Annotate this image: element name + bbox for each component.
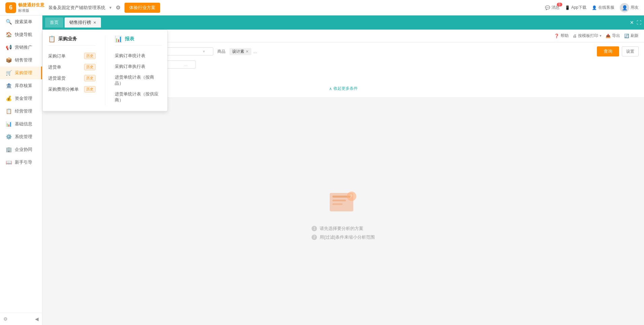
sidebar-footer: ⚙ ◀: [0, 313, 42, 325]
refresh-action[interactable]: 🔄 刷新: [624, 33, 639, 39]
sidebar-label-finance: 资金管理: [15, 95, 32, 101]
message-icon: 💬: [545, 5, 550, 10]
bill-status-select[interactable]: ▾: [159, 47, 213, 55]
tab-close-all-icon[interactable]: ✕: [630, 20, 634, 25]
tab-expand-icon[interactable]: ⛶: [637, 20, 641, 25]
message-badge: 9: [557, 3, 562, 6]
tab-sales-ranking[interactable]: 销售排行榜 ✕: [65, 17, 101, 28]
menu-item-return[interactable]: 进货退货 历史: [48, 73, 96, 84]
purchase-order-history[interactable]: 历史: [84, 53, 96, 59]
goods-tag-text: 设计素: [232, 49, 244, 54]
empty-state: ? 1 请先选择要分析的方案 2 用[过滤]条件来缩小分析范围: [42, 98, 644, 325]
menu-item-incoming-goods-stats[interactable]: 进货单统计表（按商品）: [115, 72, 162, 89]
incoming-goods-stats-label: 进货单统计表（按商品）: [115, 74, 162, 86]
menu-item-purchase-order[interactable]: 采购订单 历史: [48, 50, 96, 62]
incoming-history[interactable]: 历史: [84, 64, 96, 70]
sidebar-item-marketing[interactable]: 📢 营销推广: [0, 41, 42, 54]
sidebar-item-inventory[interactable]: 🏦 库存核算: [0, 79, 42, 92]
collapse-label: 收起更多条件: [333, 86, 358, 91]
sidebar-settings-btn[interactable]: ⚙: [3, 316, 8, 322]
svg-rect-2: [332, 200, 346, 201]
purchase-col-title-text: 采购业务: [58, 36, 77, 42]
logo-icon: 6: [5, 2, 16, 13]
sidebar-item-newbie[interactable]: 📖 新手引导: [0, 156, 42, 169]
dropdown-col-purchase-title: 📋 采购业务: [48, 35, 96, 46]
expense-history[interactable]: 历史: [84, 86, 96, 92]
export-action[interactable]: 📤 导出: [606, 33, 620, 39]
menu-item-incoming[interactable]: 进货单 历史: [48, 62, 96, 73]
help-icon: ❓: [554, 34, 559, 38]
sidebar-label-basic-info: 基础信息: [15, 121, 32, 127]
sidebar-item-system[interactable]: ⚙️ 系统管理: [0, 130, 42, 143]
marketing-icon: 📢: [5, 44, 12, 50]
sidebar-collapse-btn[interactable]: ◀: [35, 316, 39, 322]
template-print-action[interactable]: 🖨 按模板打印 ▾: [573, 33, 602, 39]
user-action[interactable]: 👤 用友: [620, 3, 639, 12]
app-download-label: App下载: [571, 5, 586, 10]
refresh-label: 刷新: [631, 33, 639, 39]
finance-icon: 💰: [5, 95, 12, 101]
top-bar: 6 畅捷通好生意 标准版 装备及固定资产辅助管理系统 ▾ ⚙ 体验行业方案 💬 …: [0, 0, 644, 15]
sidebar-label-sales: 销售管理: [15, 57, 32, 63]
purchase-order-stats-label: 采购订单统计表: [115, 53, 145, 59]
goods-ellipsis[interactable]: ...: [253, 49, 257, 54]
tab-home-label: 首页: [50, 19, 59, 26]
industry-button[interactable]: 体验行业方案: [124, 3, 160, 13]
bill-status-arrow: ▾: [203, 49, 205, 54]
export-label: 导出: [612, 33, 620, 39]
sidebar-label-enterprise: 企业协同: [15, 147, 32, 153]
return-history[interactable]: 历史: [84, 75, 96, 81]
sidebar-item-enterprise[interactable]: 🏢 企业协同: [0, 143, 42, 156]
help-action[interactable]: ❓ 帮助: [554, 33, 569, 39]
system-title: 装备及固定资产辅助管理系统: [48, 5, 105, 11]
logo-area: 6 畅捷通好生意 标准版: [5, 2, 44, 13]
top-actions: 💬 消息 9 📱 App下载 👤 在线客服 👤 用友: [545, 3, 639, 12]
goods-tag-close[interactable]: ✕: [246, 49, 249, 54]
settings-button[interactable]: 设置: [622, 46, 639, 56]
report-col-title-text: 报表: [125, 36, 134, 42]
dropdown-col-report-title: 📊 报表: [115, 35, 162, 46]
report-col-icon: 📊: [115, 35, 122, 43]
newbie-icon: 📖: [5, 159, 12, 165]
sidebar-item-operations[interactable]: 📋 经营管理: [0, 105, 42, 118]
return-label: 进货退货: [48, 75, 66, 81]
salesperson-ellipsis[interactable]: ...: [184, 62, 187, 67]
purchase-dropdown-menu: 📋 采购业务 采购订单 历史 进货单 历史 进货退货 历史 采购费用分摊单 历史: [42, 30, 168, 111]
avatar: 👤: [620, 3, 629, 12]
app-container: 6 畅捷通好生意 标准版 装备及固定资产辅助管理系统 ▾ ⚙ 体验行业方案 💬 …: [0, 0, 644, 325]
sidebar-item-basic-info[interactable]: 📊 基础信息: [0, 118, 42, 130]
home-icon: 🏠: [5, 32, 12, 38]
dropdown-col-purchase: 📋 采购业务 采购订单 历史 进货单 历史 进货退货 历史 采购费用分摊单 历史: [48, 35, 96, 106]
menu-item-purchase-order-stats[interactable]: 采购订单统计表: [115, 50, 162, 61]
message-action[interactable]: 💬 消息 9: [545, 5, 560, 10]
dropdown-arrow[interactable]: ▾: [109, 5, 112, 10]
menu-item-incoming-supplier-stats[interactable]: 进货单统计表（按供应商）: [115, 89, 162, 106]
sidebar-item-purchase[interactable]: 🛒 采购管理: [0, 67, 42, 79]
sidebar-item-search[interactable]: 🔍 搜索菜单: [0, 15, 42, 28]
operations-icon: 📋: [5, 108, 12, 114]
menu-item-purchase-order-exec[interactable]: 采购订单执行表: [115, 61, 162, 72]
incoming-supplier-stats-label: 进货单统计表（按供应商）: [115, 91, 162, 103]
sidebar-item-sales[interactable]: 📦 销售管理: [0, 54, 42, 67]
logo-text: 畅捷通好生意 标准版: [18, 2, 44, 13]
settings-icon[interactable]: ⚙: [116, 4, 120, 11]
tab-bar: 首页 销售排行榜 ✕ ✕ ⛶: [42, 15, 644, 30]
logo-line1: 畅捷通好生意: [18, 2, 44, 8]
sidebar-item-quick-nav[interactable]: 🏠 快捷导航: [0, 28, 42, 41]
enterprise-icon: 🏢: [5, 147, 12, 153]
query-button[interactable]: 查询: [597, 46, 619, 56]
user-label: 用友: [631, 5, 639, 10]
app-download-action[interactable]: 📱 App下载: [565, 5, 586, 10]
online-service-action[interactable]: 👤 在线客服: [592, 5, 614, 10]
hint1-text: 请先选择要分析的方案: [320, 226, 363, 232]
logo-line2: 标准版: [18, 8, 44, 13]
sidebar-item-finance[interactable]: 💰 资金管理: [0, 92, 42, 105]
tab-close-icon[interactable]: ✕: [93, 21, 96, 25]
incoming-label: 进货单: [48, 64, 61, 70]
sidebar-label-newbie: 新手引导: [15, 159, 32, 165]
menu-item-expense[interactable]: 采购费用分摊单 历史: [48, 84, 96, 95]
sidebar-label-search: 搜索菜单: [15, 19, 32, 25]
goods-label: 商品: [217, 49, 225, 54]
tab-home[interactable]: 首页: [45, 17, 63, 28]
phone-icon: 📱: [565, 5, 570, 10]
